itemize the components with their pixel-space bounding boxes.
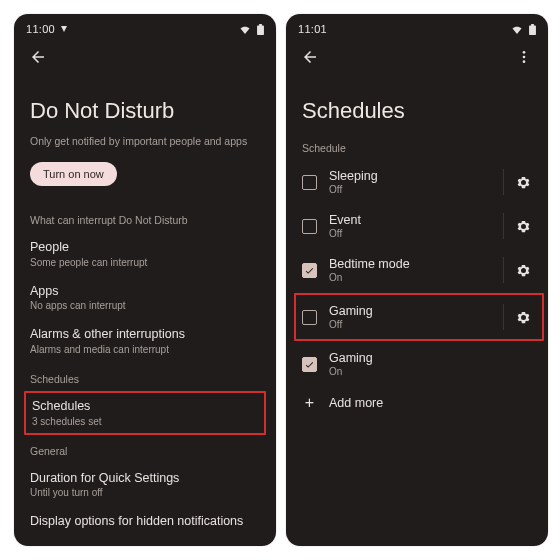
schedule-row[interactable]: GamingOff (302, 295, 536, 339)
battery-icon (529, 24, 536, 35)
schedules-content: Schedules Schedule SleepingOffEventOffBe… (286, 98, 548, 419)
schedule-row[interactable]: GamingOn (302, 342, 536, 386)
add-more-label: Add more (329, 396, 492, 410)
schedule-checkbox[interactable] (302, 175, 317, 190)
schedule-row-highlight: GamingOff (294, 293, 544, 341)
arrow-left-icon (301, 48, 319, 66)
schedule-row[interactable]: EventOff (302, 204, 536, 248)
page-title: Schedules (302, 98, 536, 124)
schedule-label: Sleeping (329, 169, 491, 183)
people-title: People (30, 240, 260, 256)
schedule-row[interactable]: Bedtime modeOn (302, 248, 536, 292)
duration-title: Duration for Quick Settings (30, 471, 260, 487)
apps-title: Apps (30, 284, 260, 300)
schedule-checkbox[interactable] (302, 219, 317, 234)
schedules-desc: 3 schedules set (32, 416, 258, 427)
schedule-state: Off (329, 228, 491, 239)
page-subtitle: Only get notified by important people an… (30, 134, 260, 148)
svg-point-2 (523, 60, 526, 63)
wifi-icon (239, 24, 251, 34)
schedules-row-highlight: Schedules 3 schedules set (24, 391, 266, 435)
schedule-state: On (329, 366, 492, 377)
display-options-row[interactable]: Display options for hidden notifications (30, 506, 260, 538)
status-time: 11:01 (298, 23, 327, 35)
schedule-checkbox[interactable] (302, 310, 317, 325)
schedule-settings-button[interactable] (503, 304, 536, 330)
schedules-title: Schedules (32, 399, 258, 415)
alarms-desc: Alarms and media can interrupt (30, 344, 260, 355)
duration-row[interactable]: Duration for Quick Settings Until you tu… (30, 463, 260, 507)
add-more-row[interactable]: + Add more (302, 386, 536, 419)
status-time: 11:00 (26, 23, 55, 35)
status-bar: 11:00 (14, 14, 276, 40)
phone-screen-schedules: 11:01 Schedules Schedule SleepingOffEven… (286, 14, 548, 546)
schedule-checkbox[interactable] (302, 263, 317, 278)
display-options-title: Display options for hidden notifications (30, 514, 260, 530)
gear-icon (516, 219, 531, 234)
dnd-content: Do Not Disturb Only get notified by impo… (14, 98, 276, 538)
schedule-label: Event (329, 213, 491, 227)
gear-icon (516, 175, 531, 190)
schedule-list: SleepingOffEventOffBedtime modeOnGamingO… (302, 160, 536, 386)
section-schedule-label: Schedule (302, 142, 536, 154)
people-row[interactable]: People Some people can interrupt (30, 232, 260, 276)
gear-icon (516, 310, 531, 325)
alarms-row[interactable]: Alarms & other interruptions Alarms and … (30, 319, 260, 363)
turn-on-now-button[interactable]: Turn on now (30, 162, 117, 186)
schedule-state: Off (329, 319, 491, 330)
people-desc: Some people can interrupt (30, 257, 260, 268)
plus-icon: + (302, 395, 317, 410)
app-bar (14, 40, 276, 74)
battery-icon (257, 24, 264, 35)
schedules-row[interactable]: Schedules 3 schedules set (32, 397, 258, 429)
arrow-left-icon (29, 48, 47, 66)
page-title: Do Not Disturb (30, 98, 260, 124)
schedule-settings-button[interactable] (503, 257, 536, 283)
more-vert-icon (516, 49, 532, 65)
svg-point-0 (523, 51, 526, 54)
apps-desc: No apps can interrupt (30, 300, 260, 311)
schedule-label: Bedtime mode (329, 257, 491, 271)
overflow-button[interactable] (508, 41, 540, 73)
schedule-label: Gaming (329, 351, 492, 365)
phone-screen-dnd: 11:00 Do Not Disturb Only get notified b… (14, 14, 276, 546)
schedule-state: On (329, 272, 491, 283)
wifi-icon (511, 24, 523, 34)
schedule-settings-button[interactable] (503, 169, 536, 195)
duration-desc: Until you turn off (30, 487, 260, 498)
alarms-title: Alarms & other interruptions (30, 327, 260, 343)
gear-icon (516, 263, 531, 278)
section-general-label: General (30, 445, 260, 457)
schedule-state: Off (329, 184, 491, 195)
svg-point-1 (523, 56, 526, 59)
download-icon (61, 26, 67, 32)
schedule-settings-button[interactable] (503, 213, 536, 239)
status-bar: 11:01 (286, 14, 548, 40)
schedule-label: Gaming (329, 304, 491, 318)
back-button[interactable] (22, 41, 54, 73)
section-interrupt-label: What can interrupt Do Not Disturb (30, 214, 260, 226)
section-schedules-label: Schedules (30, 373, 260, 385)
app-bar (286, 40, 548, 74)
schedule-row[interactable]: SleepingOff (302, 160, 536, 204)
apps-row[interactable]: Apps No apps can interrupt (30, 276, 260, 320)
schedule-checkbox[interactable] (302, 357, 317, 372)
back-button[interactable] (294, 41, 326, 73)
